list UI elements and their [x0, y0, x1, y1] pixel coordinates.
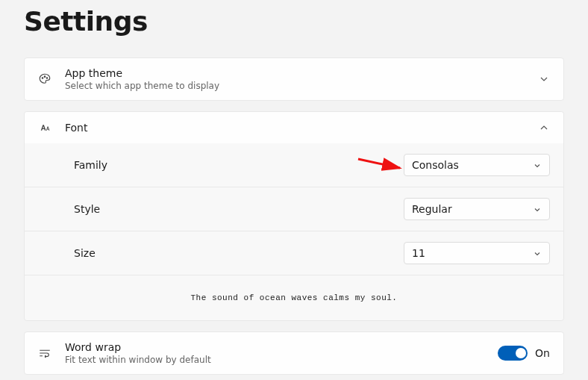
font-style-row: Style Regular [25, 187, 563, 231]
toggle-knob [516, 348, 526, 358]
font-style-value: Regular [412, 203, 452, 215]
font-family-value: Consolas [412, 159, 459, 171]
font-preview-text: The sound of ocean waves calms my soul. [25, 275, 563, 320]
chevron-up-icon [538, 122, 550, 134]
svg-point-0 [42, 78, 43, 79]
font-title: Font [65, 122, 525, 134]
font-style-label: Style [38, 203, 404, 215]
chevron-down-icon [538, 73, 550, 85]
svg-point-2 [46, 78, 48, 79]
font-icon [38, 121, 51, 134]
app-theme-expander[interactable]: App theme Select which app theme to disp… [25, 58, 563, 100]
chevron-down-icon [533, 205, 542, 214]
font-style-dropdown[interactable]: Regular [404, 198, 550, 220]
word-wrap-section: Word wrap Fit text within window by defa… [24, 331, 564, 375]
font-family-row: Family Consolas [25, 143, 563, 187]
font-section: Font Family Consolas Style Regular [24, 111, 564, 321]
word-wrap-toggle[interactable] [498, 346, 528, 361]
font-size-value: 11 [412, 247, 425, 259]
font-family-label: Family [38, 159, 404, 171]
font-expander[interactable]: Font [24, 111, 564, 143]
word-wrap-subtitle: Fit text within window by default [65, 355, 484, 365]
word-wrap-row: Word wrap Fit text within window by defa… [25, 332, 563, 374]
chevron-down-icon [533, 161, 542, 169]
word-wrap-icon [38, 346, 51, 360]
app-theme-section: App theme Select which app theme to disp… [24, 57, 564, 101]
page-title: Settings [24, 6, 564, 37]
font-family-dropdown[interactable]: Consolas [404, 154, 550, 176]
font-size-label: Size [38, 247, 404, 259]
app-theme-subtitle: Select which app theme to display [65, 81, 525, 91]
app-theme-title: App theme [65, 67, 525, 79]
palette-icon [38, 72, 51, 86]
word-wrap-state: On [535, 347, 550, 359]
svg-point-1 [44, 76, 46, 78]
word-wrap-title: Word wrap [65, 341, 484, 353]
font-size-dropdown[interactable]: 11 [404, 242, 550, 264]
chevron-down-icon [533, 249, 542, 258]
font-size-row: Size 11 [25, 231, 563, 275]
